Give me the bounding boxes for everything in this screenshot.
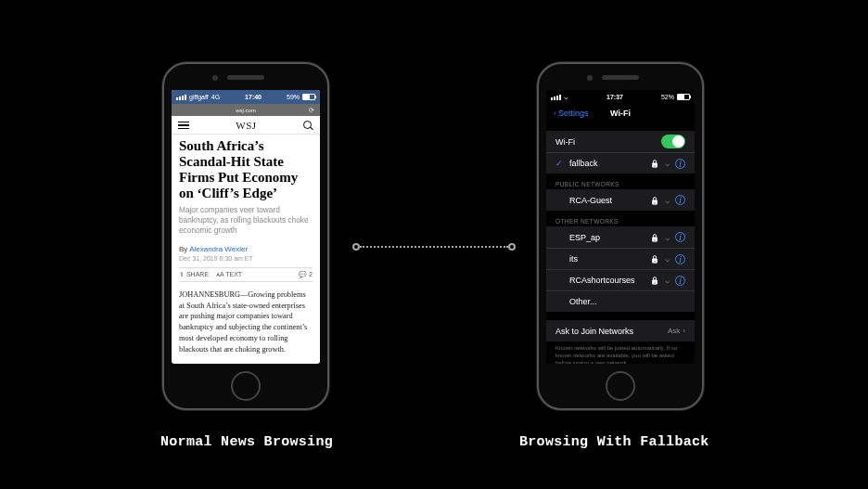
ask-to-join-row[interactable]: Ask to Join Networks Ask › — [546, 320, 695, 341]
byline-author-link[interactable]: Alexandra Wexler — [189, 245, 248, 253]
info-icon[interactable]: i — [675, 276, 685, 286]
lock-icon — [650, 233, 659, 242]
diagram-canvas: giffgaff 4G 17:40 59% wsj.com ⟳ WSJ Sou — [0, 0, 868, 489]
network-name: ESP_ap — [569, 233, 600, 242]
battery-pct: 52% — [661, 94, 674, 100]
article-body: South Africa’s Scandal-Hit State Firms P… — [172, 135, 320, 358]
info-icon[interactable]: i — [675, 195, 685, 205]
caption-left: Normal News Browsing — [160, 434, 333, 450]
article-byline: By Alexandra Wexler — [179, 245, 313, 253]
connector-end-right — [508, 243, 516, 251]
article-pubdate: Dec 31, 2019 6:30 am ET — [179, 255, 313, 262]
safari-address-bar[interactable]: wsj.com ⟳ — [172, 104, 320, 116]
back-button[interactable]: ‹ Settings — [554, 109, 589, 118]
home-button[interactable] — [606, 371, 635, 401]
site-header: WSJ — [172, 116, 320, 135]
network-name: RCAshortcourses — [569, 276, 635, 285]
phone-speaker — [227, 75, 264, 80]
article-tools: ⇪ SHARE ᴀA TEXT 💬 2 — [179, 267, 313, 282]
wsj-logo[interactable]: WSJ — [236, 120, 256, 131]
front-camera-dot — [212, 75, 218, 81]
url-label: wsj.com — [236, 108, 256, 113]
battery-icon — [302, 94, 315, 100]
reload-icon[interactable]: ⟳ — [309, 107, 314, 114]
phone-left: giffgaff 4G 17:40 59% wsj.com ⟳ WSJ Sou — [162, 62, 329, 410]
signal-bars-icon — [551, 95, 561, 100]
article-dek: Major companies veer toward bankruptcy, … — [179, 205, 313, 235]
wifi-signal-icon: ⌵ — [665, 159, 670, 168]
info-icon[interactable]: i — [675, 159, 685, 169]
ask-label: Ask to Join Networks — [555, 327, 633, 336]
text-size-button[interactable]: ᴀA TEXT — [216, 271, 242, 278]
connected-network-name: fallback — [569, 159, 598, 168]
network-row[interactable]: its ⌵ i — [546, 248, 695, 269]
lock-icon — [650, 276, 659, 285]
network-row[interactable]: ESP_ap ⌵ i — [546, 226, 695, 248]
wifi-toggle-row[interactable]: Wi-Fi — [546, 131, 695, 152]
chevron-left-icon: ‹ — [554, 109, 556, 118]
other-label: Other... — [569, 297, 597, 306]
section-public-label: PUBLIC NETWORKS — [546, 174, 695, 189]
wifi-signal-icon: ⌵ — [665, 254, 670, 264]
connector-end-left — [352, 243, 360, 251]
section-other-label: OTHER NETWORKS — [546, 211, 695, 226]
wifi-signal-icon: ⌵ — [665, 233, 670, 242]
carrier-label: giffgaff — [189, 94, 209, 100]
signal-bars-icon — [176, 95, 186, 100]
nav-title: Wi-Fi — [610, 109, 631, 118]
lock-icon — [650, 254, 659, 264]
other-networks-group: ESP_ap ⌵ i its ⌵ i RCAshor — [546, 226, 695, 312]
ask-to-join-group: Ask to Join Networks Ask › — [546, 320, 695, 341]
search-icon[interactable] — [303, 121, 313, 131]
back-label: Settings — [558, 109, 589, 118]
checkmark-icon: ✓ — [555, 159, 564, 168]
phone-right: ⌵ 17:37 52% ‹ Settings Wi-Fi Wi-Fi — [537, 62, 704, 410]
status-bar: ⌵ 17:37 52% — [546, 90, 695, 104]
share-button[interactable]: ⇪ SHARE — [179, 271, 209, 278]
wifi-signal-icon: ⌵ — [665, 196, 670, 205]
wifi-icon: ⌵ — [564, 94, 568, 101]
home-button[interactable] — [231, 371, 261, 401]
wifi-toggle-label: Wi-Fi — [555, 137, 575, 147]
wifi-toggle-group: Wi-Fi ✓ fallback ⌵ i — [546, 131, 695, 174]
front-camera-dot — [587, 75, 593, 81]
article-paragraph: JOHANNESBURG—Growing problems at South A… — [179, 290, 313, 355]
network-name: RCA-Guest — [569, 196, 612, 205]
caption-right: Browsing With Fallback — [519, 434, 709, 450]
other-network-row[interactable]: Other... — [546, 290, 695, 312]
screen-right: ⌵ 17:37 52% ‹ Settings Wi-Fi Wi-Fi — [546, 90, 695, 364]
info-icon[interactable]: i — [675, 232, 685, 242]
phone-speaker — [602, 75, 639, 80]
wifi-signal-icon: ⌵ — [665, 276, 670, 285]
status-bar: giffgaff 4G 17:40 59% — [172, 90, 320, 104]
lock-icon — [650, 159, 659, 168]
battery-pct: 59% — [287, 94, 300, 100]
wifi-toggle-switch[interactable] — [661, 135, 685, 148]
public-networks-group: RCA-Guest ⌵ i — [546, 189, 695, 211]
byline-prefix: By — [179, 245, 189, 253]
connector-dots — [360, 246, 508, 248]
battery-icon — [677, 94, 690, 100]
article-headline: South Africa’s Scandal-Hit State Firms P… — [179, 138, 313, 201]
connected-network-row[interactable]: ✓ fallback ⌵ i — [546, 152, 695, 174]
hamburger-icon[interactable] — [178, 122, 189, 130]
status-time: 17:40 — [245, 94, 262, 100]
comments-count[interactable]: 💬 2 — [299, 271, 313, 278]
network-label: 4G — [211, 94, 220, 100]
screen-left: giffgaff 4G 17:40 59% wsj.com ⟳ WSJ Sou — [172, 90, 320, 364]
ask-description: Known networks will be joined automatica… — [546, 341, 695, 364]
network-name: its — [569, 254, 578, 264]
connector-line — [352, 243, 516, 251]
info-icon[interactable]: i — [675, 254, 685, 264]
status-time: 17:37 — [606, 94, 623, 100]
nav-bar: ‹ Settings Wi-Fi — [546, 104, 695, 122]
network-row[interactable]: RCAshortcourses ⌵ i — [546, 269, 695, 290]
network-row[interactable]: RCA-Guest ⌵ i — [546, 189, 695, 211]
lock-icon — [650, 196, 659, 205]
chevron-right-icon: › — [683, 327, 685, 335]
ask-value: Ask — [668, 327, 680, 335]
